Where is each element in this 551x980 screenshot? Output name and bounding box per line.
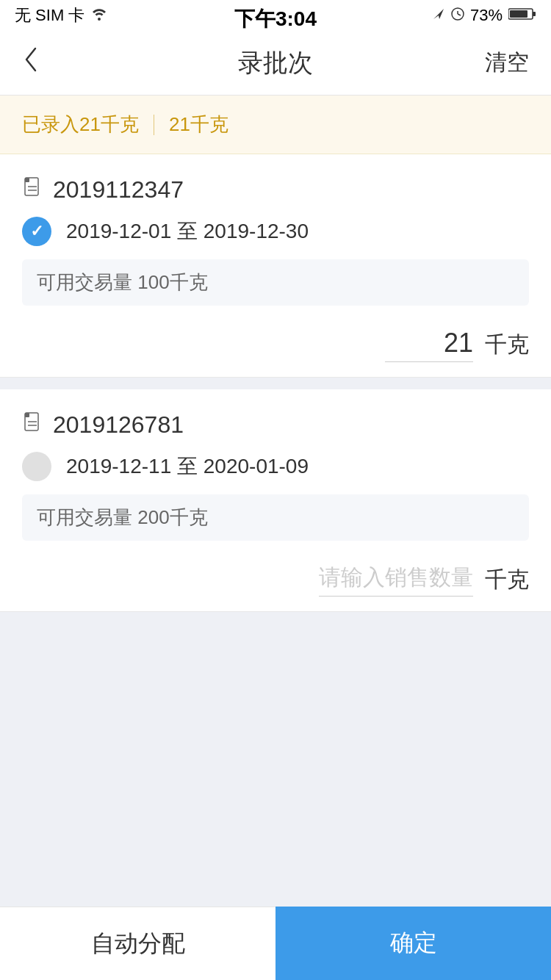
confirm-button[interactable]: 确定 — [276, 907, 551, 980]
svg-marker-0 — [433, 9, 444, 19]
batch-1-unit: 千克 — [485, 330, 529, 360]
batch-1-checkbox[interactable]: ✓ — [22, 217, 51, 246]
section-divider — [0, 378, 551, 389]
battery-percent: 73% — [470, 6, 503, 25]
batch-2-quantity-row[interactable]: 请输入销售数量 千克 — [0, 551, 551, 612]
batch-1-id: 2019112347 — [53, 176, 184, 203]
info-banner: 已录入21千克 21千克 — [0, 96, 551, 154]
status-bar: 无 SIM 卡 下午3:04 73% — [0, 0, 551, 31]
status-left: 无 SIM 卡 — [15, 4, 108, 26]
bottom-bar: 自动分配 确定 — [0, 907, 551, 980]
recorded-amount: 已录入21千克 — [22, 112, 139, 137]
svg-rect-6 — [510, 10, 527, 18]
status-right: 73% — [432, 6, 536, 25]
info-divider — [154, 115, 154, 135]
batch-1-date: 2019-12-01 至 2019-12-30 — [66, 217, 309, 245]
batch-2-date-row[interactable]: 2019-12-11 至 2020-01-09 — [0, 446, 551, 489]
no-sim-label: 无 SIM 卡 — [15, 4, 84, 26]
svg-line-3 — [458, 14, 461, 15]
batch-2-quantity-input[interactable]: 请输入销售数量 — [319, 563, 473, 597]
clear-button[interactable]: 清空 — [485, 48, 529, 78]
batch-2-unit: 千克 — [485, 565, 529, 595]
clock-icon — [451, 6, 464, 25]
batch-1-doc-icon — [22, 176, 44, 203]
batch-2-header: 2019126781 — [0, 389, 551, 446]
page-title: 录批次 — [238, 46, 313, 80]
batch-2-id: 2019126781 — [53, 411, 184, 439]
status-time: 下午3:04 — [234, 5, 317, 33]
wifi-icon — [90, 6, 108, 25]
batch-1-quantity-value: 21 — [444, 328, 473, 358]
batch-2-checkbox[interactable] — [22, 452, 51, 481]
batch-2-date: 2019-12-11 至 2020-01-09 — [66, 453, 309, 480]
auto-distribute-button[interactable]: 自动分配 — [0, 907, 276, 980]
location-icon — [432, 6, 445, 25]
total-amount: 21千克 — [169, 112, 228, 137]
batch-2-availability: 可用交易量 200千克 — [22, 494, 529, 541]
back-button[interactable] — [22, 46, 66, 80]
svg-rect-5 — [533, 12, 536, 16]
batch-1-header: 2019112347 — [0, 154, 551, 211]
svg-rect-8 — [25, 178, 29, 182]
empty-area — [0, 612, 551, 920]
battery-icon — [508, 6, 536, 25]
batch-1-date-row[interactable]: ✓ 2019-12-01 至 2019-12-30 — [0, 211, 551, 253]
batch-2-doc-icon — [22, 411, 44, 439]
batch-card-1: 2019112347 ✓ 2019-12-01 至 2019-12-30 可用交… — [0, 154, 551, 378]
nav-bar: 录批次 清空 — [0, 31, 551, 96]
svg-rect-12 — [25, 413, 29, 417]
batch-1-availability: 可用交易量 100千克 — [22, 259, 529, 306]
batch-1-quantity-input[interactable]: 21 — [385, 328, 473, 362]
checkmark-icon: ✓ — [30, 222, 43, 241]
batch-card-2: 2019126781 2019-12-11 至 2020-01-09 可用交易量… — [0, 389, 551, 612]
batch-1-quantity-row[interactable]: 21 千克 — [0, 316, 551, 378]
batch-2-placeholder: 请输入销售数量 — [319, 565, 473, 589]
